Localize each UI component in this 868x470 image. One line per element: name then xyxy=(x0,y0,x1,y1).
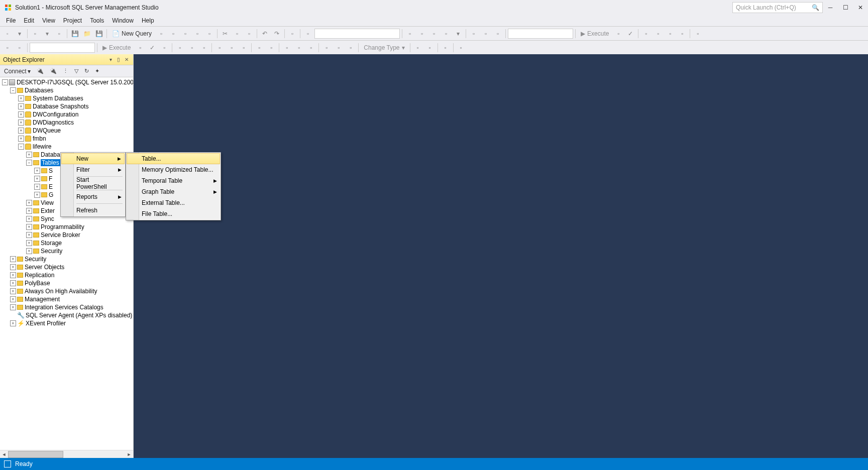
t2-icon-8[interactable]: ▫ xyxy=(198,42,209,53)
icon-17[interactable]: ✓ xyxy=(625,28,636,39)
oe-tb-icon-4[interactable]: ✦ xyxy=(93,67,101,75)
cm-item-external-table[interactable]: External Table... xyxy=(127,197,220,208)
cm-item-filter[interactable]: Filter ▶ xyxy=(61,164,125,175)
icon-19[interactable]: ▫ xyxy=(653,28,664,39)
icon-1[interactable]: ▫ xyxy=(156,28,167,39)
change-type-button[interactable]: Change Type ▾ xyxy=(361,43,407,52)
filter-icon[interactable]: ▽ xyxy=(72,67,80,75)
t2-icon-21[interactable]: ▫ xyxy=(424,42,436,53)
undo-icon[interactable]: ↶ xyxy=(259,28,270,39)
t2-icon-9[interactable]: ▫ xyxy=(214,42,225,53)
icon-18[interactable]: ▫ xyxy=(640,28,652,39)
expand-icon[interactable]: + xyxy=(10,256,16,262)
icon-13[interactable]: ▫ xyxy=(468,28,479,39)
expand-icon[interactable]: + xyxy=(10,264,16,270)
icon-15[interactable]: ▫ xyxy=(492,28,503,39)
expand-icon[interactable]: + xyxy=(10,272,16,278)
toolbar-combo-2[interactable] xyxy=(508,29,573,39)
oe-tb-icon-1[interactable]: 🔌 xyxy=(35,67,46,75)
expand-icon[interactable]: + xyxy=(18,95,24,101)
t2-icon-10[interactable]: ▫ xyxy=(226,42,237,53)
t2-icon-17[interactable]: ▫ xyxy=(321,42,332,53)
expand-icon[interactable]: + xyxy=(18,111,24,118)
minimize-button[interactable]: ─ xyxy=(823,0,838,15)
icon-12[interactable]: ▾ xyxy=(453,28,464,39)
t2-icon-2[interactable]: ▫ xyxy=(14,42,25,53)
menu-view[interactable]: View xyxy=(38,16,59,26)
object-explorer-tree[interactable]: − DESKTOP-I7\JGSQL (SQL Server 15.0.2000… xyxy=(0,77,133,450)
toolbar2-combo[interactable] xyxy=(30,43,95,53)
t2-icon-22[interactable]: ▫ xyxy=(440,42,451,53)
expand-icon[interactable]: + xyxy=(26,240,32,246)
tree-dwdiagnostics[interactable]: + DWDiagnostics xyxy=(0,119,133,127)
maximize-button[interactable]: ☐ xyxy=(838,0,853,15)
expand-icon[interactable]: + xyxy=(26,216,32,222)
tree-xevent[interactable]: + ⚡ XEvent Profiler xyxy=(0,319,133,327)
scroll-thumb[interactable] xyxy=(8,451,63,458)
tree-polybase[interactable]: + PolyBase xyxy=(0,279,133,287)
expand-icon[interactable]: + xyxy=(10,280,16,286)
tree-lifewire[interactable]: − lifewire xyxy=(0,143,133,151)
fwd-icon[interactable]: ▾ xyxy=(14,28,25,39)
tree-always-on[interactable]: + Always On High Availability xyxy=(0,287,133,295)
paste-icon[interactable]: ▫ xyxy=(244,28,255,39)
save-icon[interactable]: ▫ xyxy=(54,28,65,39)
icon-7[interactable]: ▫ xyxy=(302,28,313,39)
toolbar-combo-1[interactable] xyxy=(314,29,400,39)
oe-tb-icon-3[interactable]: ⋮ xyxy=(61,67,70,75)
t2-icon-6[interactable]: ▫ xyxy=(174,42,185,53)
icon-20[interactable]: ▫ xyxy=(665,28,676,39)
expand-icon[interactable]: + xyxy=(10,304,16,310)
pin-icon[interactable]: ▯ xyxy=(115,56,122,63)
new-icon[interactable]: ▫ xyxy=(30,28,41,39)
expand-icon[interactable]: + xyxy=(18,103,24,109)
menu-project[interactable]: Project xyxy=(59,16,86,26)
icon-14[interactable]: ▫ xyxy=(480,28,491,39)
tree-server-objects[interactable]: + Server Objects xyxy=(0,263,133,271)
tree-sql-agent[interactable]: 🔧 SQL Server Agent (Agent XPs disabled) xyxy=(0,311,133,319)
cm-item-file-table[interactable]: File Table... xyxy=(127,208,220,219)
cut-icon[interactable]: ✂ xyxy=(220,28,231,39)
tree-security-inner[interactable]: + Security xyxy=(0,247,133,255)
cm-item-start-powershell[interactable]: Start PowerShell xyxy=(61,178,125,189)
cm-item-memory-optimized[interactable]: Memory Optimized Table... xyxy=(127,164,220,175)
menu-file[interactable]: File xyxy=(2,16,20,26)
icon-2[interactable]: ▫ xyxy=(168,28,179,39)
copy-icon[interactable]: ▫ xyxy=(232,28,243,39)
icon-9[interactable]: ▫ xyxy=(416,28,427,39)
close-button[interactable]: ✕ xyxy=(853,0,868,15)
execute-button-1[interactable]: ▶ Execute xyxy=(99,43,134,52)
icon-8[interactable]: ▫ xyxy=(404,28,415,39)
icon-16[interactable]: ▫ xyxy=(613,28,624,39)
tree-programmability[interactable]: + Programmability xyxy=(0,223,133,231)
new-query-button[interactable]: 📄 New Query xyxy=(109,29,155,38)
tree-databases[interactable]: − Databases xyxy=(0,86,133,94)
redo-icon[interactable]: ↷ xyxy=(271,28,282,39)
menu-help[interactable]: Help xyxy=(138,16,158,26)
cm-item-new[interactable]: New ▶ xyxy=(61,153,125,164)
expand-icon[interactable]: + xyxy=(26,152,32,158)
tree-server[interactable]: − DESKTOP-I7\JGSQL (SQL Server 15.0.2000… xyxy=(0,78,133,86)
cm-item-graph[interactable]: Graph Table ▶ xyxy=(127,186,220,197)
expand-icon[interactable]: + xyxy=(34,168,40,174)
t2-icon-11[interactable]: ▫ xyxy=(238,42,249,53)
horizontal-scrollbar[interactable]: ◄ ► xyxy=(0,450,133,458)
tree-storage[interactable]: + Storage xyxy=(0,239,133,247)
scroll-right-icon[interactable]: ► xyxy=(125,451,133,458)
tree-service-broker[interactable]: + Service Broker xyxy=(0,231,133,239)
collapse-icon[interactable]: − xyxy=(10,87,16,93)
expand-icon[interactable]: + xyxy=(18,120,24,126)
t2-icon-7[interactable]: ▫ xyxy=(186,42,197,53)
t2-icon-19[interactable]: ▫ xyxy=(345,42,356,53)
t2-icon-15[interactable]: ▫ xyxy=(293,42,304,53)
cm-item-refresh[interactable]: Refresh xyxy=(61,205,125,216)
tree-integration-services[interactable]: + Integration Services Catalogs xyxy=(0,303,133,311)
refresh-icon[interactable]: ↻ xyxy=(82,67,91,75)
open-folder-icon[interactable]: 📁 xyxy=(81,28,92,39)
t2-icon-20[interactable]: ▫ xyxy=(412,42,423,53)
oe-tb-icon-2[interactable]: 🔌 xyxy=(48,67,59,75)
t2-icon-23[interactable]: ▫ xyxy=(456,42,467,53)
expand-icon[interactable]: + xyxy=(34,192,40,198)
tree-replication[interactable]: + Replication xyxy=(0,271,133,279)
t2-icon-13[interactable]: ▫ xyxy=(266,42,277,53)
